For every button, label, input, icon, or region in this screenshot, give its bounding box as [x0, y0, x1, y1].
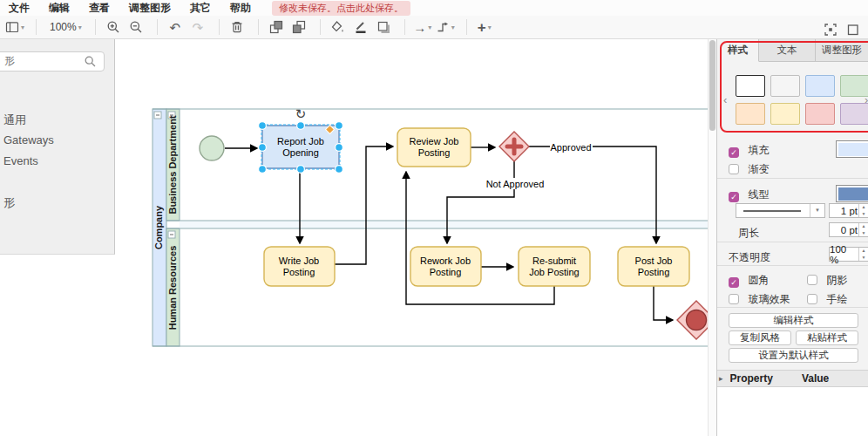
shape-search-input[interactable]: 形 — [0, 51, 105, 72]
label-not-approved: Not Approved — [486, 179, 545, 189]
step-up-icon: ▲ — [859, 204, 868, 211]
fill-color-swatch[interactable] — [836, 140, 868, 158]
step-down-icon: ▼ — [859, 211, 868, 218]
flow-edges[interactable] — [225, 146, 673, 320]
line-color-button[interactable] — [351, 17, 370, 37]
zoom-out-button[interactable] — [126, 17, 146, 37]
gradient-label: 渐变 — [748, 163, 769, 175]
line-checkbox[interactable]: ✓ — [729, 192, 739, 202]
label-approved: Approved — [550, 142, 591, 153]
menu-bar: 文件 编辑 查看 调整图形 其它 帮助 修改未保存。点击此处保存。 — [0, 0, 868, 16]
to-front-button[interactable] — [267, 17, 286, 37]
glass-checkbox[interactable] — [729, 294, 739, 304]
style-swatch[interactable] — [770, 75, 800, 97]
task-label: Re-submit — [532, 255, 576, 266]
gateway-approval[interactable] — [499, 132, 529, 161]
task-label: Report Job — [277, 136, 324, 146]
connection-arrow-button[interactable]: → ▾ — [413, 17, 432, 37]
task-label: Posting — [430, 267, 462, 277]
gradient-checkbox[interactable] — [729, 164, 739, 174]
task-label: Review Job — [410, 136, 459, 146]
fill-color-button[interactable] — [329, 17, 348, 37]
style-swatch[interactable] — [770, 103, 800, 125]
style-swatch[interactable] — [805, 75, 835, 97]
perimeter-row: 周长 — [738, 224, 759, 241]
tab-text[interactable]: 文本 — [759, 39, 816, 61]
edge-post-to-end — [654, 286, 673, 320]
insert-button[interactable]: + ▾ — [475, 17, 494, 37]
arrow-right-icon: → — [413, 21, 426, 34]
task-review-job-posting: Review Job Posting — [397, 128, 471, 167]
style-swatch[interactable] — [736, 103, 765, 125]
paste-style-button[interactable]: 粘贴样式 — [796, 330, 858, 345]
task-write-job-posting: Write Job Posting — [264, 247, 335, 286]
edit-style-button[interactable]: 编辑样式 — [729, 313, 858, 328]
style-swatch[interactable] — [840, 103, 868, 125]
line-label: 线型 — [748, 188, 769, 201]
start-event[interactable] — [200, 136, 224, 160]
sidebar-section-general[interactable]: 通用 — [3, 112, 26, 128]
sidebar-section-shapes[interactable]: 形 — [3, 195, 15, 211]
waypoint-style-button[interactable]: ▾ — [436, 17, 455, 37]
sidebar-section-events[interactable]: Events — [3, 154, 38, 167]
redo-button[interactable]: ↷ — [188, 17, 207, 37]
line-style-dropdown[interactable]: ▼ — [736, 203, 825, 218]
unsaved-changes-alert[interactable]: 修改未保存。点击此处保存。 — [272, 1, 410, 16]
to-back-button[interactable] — [289, 17, 309, 37]
fit-page-button[interactable] — [821, 19, 840, 40]
menu-extras[interactable]: 其它 — [190, 1, 211, 16]
property-table-body — [717, 387, 868, 436]
line-color-swatch[interactable] — [836, 185, 868, 202]
menu-view[interactable]: 查看 — [89, 1, 110, 16]
tab-arrange[interactable]: 调整图形 — [816, 39, 868, 61]
menu-edit[interactable]: 编辑 — [49, 1, 70, 16]
zoom-in-icon — [106, 20, 120, 34]
toolbar: ▾ 100% ▾ ↶ ↷ — [0, 16, 868, 39]
fill-checkbox[interactable]: ✓ — [729, 147, 739, 158]
opacity-input[interactable]: 100 % ▲▼ — [829, 247, 868, 262]
style-swatch[interactable] — [805, 103, 835, 125]
zoom-in-button[interactable] — [104, 17, 123, 37]
lane2-title: Human Resources — [167, 246, 178, 330]
dropdown-icon: ▼ — [810, 208, 824, 214]
pen-underline-icon — [354, 20, 368, 34]
view-panels-button[interactable]: ▾ — [5, 17, 24, 37]
menu-arrange[interactable]: 调整图形 — [129, 1, 171, 16]
property-table-header[interactable]: ▸ Property Value — [717, 370, 868, 387]
line-width-input[interactable]: 1 pt ▲▼ — [829, 203, 868, 218]
perimeter-input[interactable]: 0 pt ▲▼ — [829, 222, 868, 237]
task-post-job-posting: Post Job Posting — [618, 247, 689, 286]
style-swatch[interactable] — [736, 75, 765, 97]
diagram-canvas[interactable]: Company Business Department Human Resour… — [116, 39, 708, 436]
scrollbar-thumb[interactable] — [709, 40, 715, 131]
zoom-out-icon — [129, 20, 143, 34]
end-event[interactable] — [677, 301, 708, 339]
chevron-left-icon[interactable]: ‹ — [723, 93, 727, 106]
zoom-level-select[interactable]: 100% ▾ — [50, 21, 82, 33]
toolbar-right-group — [821, 19, 866, 40]
step-down-icon: ▼ — [859, 255, 868, 262]
shadow-option: 阴影 — [807, 271, 847, 288]
shadow-button[interactable] — [374, 17, 393, 37]
delete-button[interactable] — [227, 17, 247, 37]
undo-button[interactable]: ↶ — [166, 17, 185, 37]
shadow-checkbox[interactable] — [807, 275, 817, 285]
canvas-scrollbar[interactable] — [708, 39, 716, 436]
resize-handle — [297, 122, 305, 130]
glass-option: 玻璃效果 — [729, 290, 790, 307]
menu-file[interactable]: 文件 — [9, 1, 30, 16]
menu-help[interactable]: 帮助 — [230, 1, 251, 16]
paint-bucket-icon — [330, 20, 345, 34]
caret-down-icon: ▾ — [488, 24, 492, 31]
full-page-button[interactable] — [844, 19, 863, 40]
rounded-checkbox[interactable]: ✓ — [729, 277, 739, 288]
style-swatch[interactable] — [840, 75, 868, 97]
sidebar-section-gateways[interactable]: Gateways — [3, 133, 54, 146]
step-up-icon: ▲ — [859, 248, 868, 255]
rotate-handle-icon: ↻ — [295, 106, 307, 121]
tab-style[interactable]: 样式 — [717, 39, 759, 62]
task-label: Posting — [638, 267, 670, 277]
copy-style-button[interactable]: 复制风格 — [729, 330, 791, 345]
sketch-checkbox[interactable] — [807, 294, 817, 304]
set-default-style-button[interactable]: 设置为默认样式 — [729, 348, 858, 363]
